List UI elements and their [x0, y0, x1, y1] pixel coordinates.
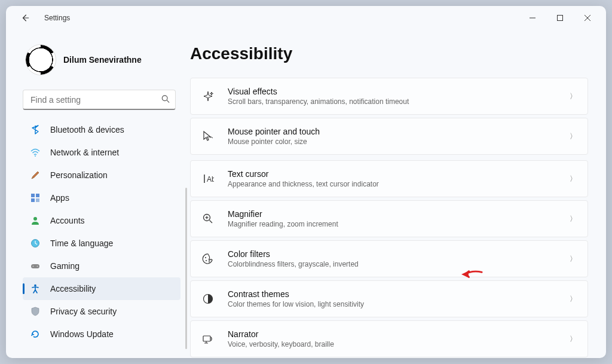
minimize-icon: [530, 15, 536, 21]
back-arrow-icon: [21, 14, 29, 22]
svg-rect-6: [36, 194, 39, 197]
svg-point-12: [33, 266, 34, 267]
card-desc: Color themes for low vision, light sensi…: [228, 300, 556, 308]
search-input[interactable]: [23, 90, 176, 110]
svg-rect-5: [31, 194, 35, 197]
page-title: Accessibility: [190, 44, 588, 63]
close-button[interactable]: [574, 8, 601, 27]
profile[interactable]: Dilum Senevirathne: [23, 30, 180, 86]
card-title: Visual effects: [228, 87, 556, 96]
card-desc: Colorblindness filters, grayscale, inver…: [228, 260, 556, 268]
card-title: Color filters: [228, 249, 556, 259]
profile-name: Dilum Senevirathne: [63, 55, 142, 65]
card-desc: Appearance and thickness, text cursor in…: [228, 180, 556, 188]
maximize-button[interactable]: [546, 8, 574, 27]
update-icon: [30, 329, 41, 339]
sidebar-item-accessibility[interactable]: Accessibility: [23, 277, 180, 300]
card-text-cursor[interactable]: Ab Text cursor Appearance and thickness,…: [190, 160, 588, 197]
avatar: [25, 44, 56, 75]
back-button[interactable]: [16, 8, 35, 27]
maximize-icon: [557, 15, 563, 21]
chevron-right-icon: 〉: [570, 174, 577, 184]
svg-rect-8: [36, 198, 39, 202]
search-icon: [161, 95, 170, 105]
svg-rect-11: [31, 264, 39, 268]
sidebar-item-label: Accounts: [50, 216, 85, 225]
text-cursor-icon: Ab: [201, 172, 215, 185]
accessibility-icon: [30, 283, 41, 294]
sidebar-item-privacy[interactable]: Privacy & security: [23, 300, 180, 323]
gamepad-icon: [30, 261, 41, 271]
chevron-right-icon: 〉: [570, 91, 577, 102]
svg-rect-25: [203, 336, 210, 341]
chevron-right-icon: 〉: [570, 214, 577, 224]
card-desc: Scroll bars, transparency, animations, n…: [228, 97, 556, 106]
search-box: [23, 90, 176, 110]
svg-point-4: [35, 155, 36, 157]
card-title: Narrator: [228, 329, 556, 339]
svg-point-23: [209, 261, 210, 262]
sidebar-item-label: Windows Update: [50, 329, 114, 339]
sidebar-item-time[interactable]: Time & language: [23, 232, 180, 255]
svg-point-2: [162, 96, 167, 101]
window-body: Dilum Senevirathne Bluetooth & devices N…: [6, 30, 606, 358]
chevron-right-icon: 〉: [570, 131, 577, 142]
card-mouse-pointer[interactable]: Mouse pointer and touch Mouse pointer co…: [190, 118, 588, 155]
card-contrast-themes[interactable]: Contrast themes Color themes for low vis…: [190, 280, 588, 317]
sidebar-item-label: Personalization: [50, 170, 108, 180]
contrast-icon: [201, 292, 215, 305]
sidebar-item-label: Time & language: [50, 238, 113, 248]
bluetooth-icon: [30, 124, 41, 135]
cursor-icon: [201, 130, 215, 143]
sparkle-icon: [201, 90, 215, 103]
sidebar-item-personalization[interactable]: Personalization: [23, 164, 180, 186]
sidebar-item-apps[interactable]: Apps: [23, 186, 180, 209]
card-title: Text cursor: [228, 169, 556, 179]
nav: Bluetooth & devices Network & internet P…: [23, 118, 180, 351]
clock-icon: [30, 238, 41, 249]
sidebar-item-label: Network & internet: [50, 148, 119, 157]
svg-line-18: [210, 221, 213, 224]
chevron-right-icon: 〉: [570, 334, 577, 344]
sidebar-item-gaming[interactable]: Gaming: [23, 255, 180, 277]
sidebar-item-label: Privacy & security: [50, 307, 117, 316]
card-title: Magnifier: [228, 209, 556, 219]
card-title: Mouse pointer and touch: [228, 127, 556, 136]
magnify-icon: [201, 212, 215, 225]
chevron-right-icon: 〉: [570, 294, 577, 304]
card-title: Contrast themes: [228, 289, 556, 299]
svg-line-3: [167, 100, 169, 103]
person-icon: [30, 215, 41, 226]
card-visual-effects[interactable]: Visual effects Scroll bars, transparency…: [190, 78, 588, 115]
card-desc: Magnifier reading, zoom increment: [228, 220, 556, 228]
sidebar-item-accounts[interactable]: Accounts: [23, 209, 180, 232]
sidebar-item-label: Gaming: [50, 261, 79, 271]
sidebar-item-label: Accessibility: [50, 284, 96, 293]
sidebar-item-network[interactable]: Network & internet: [23, 141, 180, 164]
brush-icon: [30, 170, 41, 181]
sidebar-item-label: Apps: [50, 193, 69, 203]
card-color-filters[interactable]: Color filters Colorblindness filters, gr…: [190, 240, 588, 277]
sidebar-item-label: Bluetooth & devices: [50, 125, 124, 134]
svg-point-13: [37, 266, 38, 267]
card-desc: Voice, verbosity, keyboard, braille: [228, 340, 556, 348]
svg-point-9: [33, 217, 37, 221]
section-indicator: [185, 188, 187, 349]
svg-point-21: [205, 257, 206, 258]
close-icon: [585, 15, 590, 21]
minimize-button[interactable]: [519, 8, 546, 27]
svg-text:Ab: Ab: [207, 175, 214, 183]
card-narrator[interactable]: Narrator Voice, verbosity, keyboard, bra…: [190, 320, 588, 357]
narrator-icon: [201, 332, 215, 345]
card-magnifier[interactable]: Magnifier Magnifier reading, zoom increm…: [190, 200, 588, 237]
window-controls: [519, 8, 601, 27]
svg-rect-1: [558, 16, 563, 21]
sidebar-item-update[interactable]: Windows Update: [23, 323, 180, 345]
sidebar-item-bluetooth[interactable]: Bluetooth & devices: [23, 118, 180, 141]
content: Accessibility Visual effects Scroll bars…: [185, 30, 606, 358]
palette-icon: [201, 252, 215, 265]
titlebar: Settings: [6, 6, 606, 30]
svg-point-14: [34, 285, 36, 287]
sidebar: Dilum Senevirathne Bluetooth & devices N…: [6, 30, 185, 358]
window-title: Settings: [44, 14, 70, 22]
